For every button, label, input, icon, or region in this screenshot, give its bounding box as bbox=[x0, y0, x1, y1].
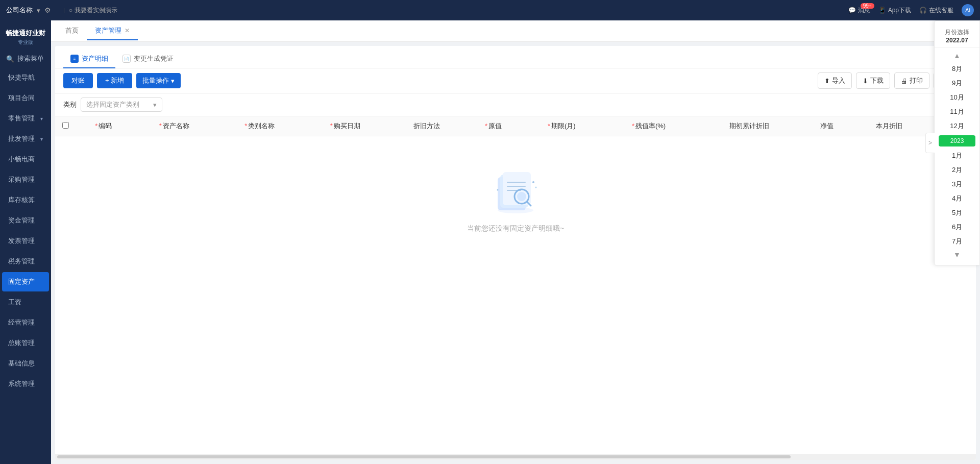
nav-tabs: 首页 资产管理 ✕ bbox=[51, 20, 980, 42]
tab-close-icon[interactable]: ✕ bbox=[125, 27, 130, 34]
sidebar-item-fixed-assets[interactable]: 固定资产 bbox=[2, 272, 49, 291]
sidebar-item-wholesale-manage[interactable]: 批发管理 ▾ bbox=[2, 129, 49, 149]
sidebar-item-salary[interactable]: 工资 bbox=[2, 292, 49, 312]
tab-asset-manage[interactable]: 资产管理 ✕ bbox=[87, 22, 138, 40]
search-icon: 🔍 bbox=[6, 55, 14, 63]
headset-icon: 🎧 bbox=[919, 7, 927, 14]
month-item-2023-7[interactable]: 7月 bbox=[935, 234, 979, 249]
sidebar-item-retail-manage[interactable]: 零售管理 ▾ bbox=[2, 109, 49, 128]
sidebar-item-label: 工资 bbox=[8, 298, 43, 307]
category-filter-label: 类别 bbox=[63, 100, 77, 109]
sidebar-item-ecommerce[interactable]: 小畅电商 bbox=[2, 150, 49, 169]
sidebar-item-inventory[interactable]: 库存核算 bbox=[2, 190, 49, 210]
sidebar-item-tax[interactable]: 税务管理 bbox=[2, 252, 49, 271]
empty-state: 当前您还没有固定资产明细哦~ bbox=[55, 136, 976, 264]
month-item-11[interactable]: 11月 bbox=[935, 105, 979, 119]
col-original-value: *原值 bbox=[465, 116, 522, 136]
month-item-8[interactable]: 8月 bbox=[935, 62, 979, 76]
col-depreciation-method: 折旧方法 bbox=[388, 116, 465, 136]
sub-tab-asset-detail[interactable]: ≡ 资产明细 bbox=[63, 51, 115, 68]
print-button[interactable]: 🖨 打印 bbox=[894, 72, 929, 89]
top-header: 公司名称 ▾ ⚙ | ○ 我要看实例演示 💬 消息 99+ 📱 App下载 🎧 … bbox=[0, 0, 980, 20]
sidebar-item-label: 采购管理 bbox=[8, 175, 43, 184]
sidebar-item-ledger[interactable]: 总账管理 bbox=[2, 333, 49, 353]
company-dropdown-icon[interactable]: ▾ bbox=[37, 7, 40, 14]
sidebar-item-quick-nav[interactable]: 快捷导航 bbox=[2, 68, 49, 87]
month-item-12[interactable]: 12月 bbox=[935, 119, 979, 133]
document-icon: 📄 bbox=[122, 55, 131, 63]
empty-text: 当前您还没有固定资产明细哦~ bbox=[467, 224, 564, 233]
add-button[interactable]: + 新增 bbox=[97, 73, 132, 88]
header-left: 公司名称 ▾ ⚙ | ○ 我要看实例演示 bbox=[6, 6, 117, 15]
sub-tab-change-voucher[interactable]: 📄 变更生成凭证 bbox=[115, 51, 181, 68]
month-panel-header: 月份选择 2022.07 bbox=[935, 25, 979, 47]
reconcile-button[interactable]: 对账 bbox=[63, 73, 93, 88]
month-nav-down-button[interactable]: ▼ bbox=[953, 251, 961, 259]
phone-icon: 📱 bbox=[878, 7, 886, 14]
sidebar-item-purchase-manage[interactable]: 采购管理 bbox=[2, 170, 49, 189]
reconcile-label: 对账 bbox=[71, 76, 85, 85]
month-nav: ▲ bbox=[935, 50, 979, 62]
table-container: *编码 *资产名称 *类别名称 *购买日期 折旧方法 bbox=[55, 116, 976, 454]
settings-icon[interactable]: ⚙ bbox=[44, 6, 51, 14]
message-badge: 99+ bbox=[861, 3, 874, 9]
toolbar: 对账 + 新增 批量操作 ▾ ⬆ 导入 ⬇ 下载 bbox=[55, 68, 976, 93]
sidebar-item-label: 经营管理 bbox=[8, 318, 43, 327]
month-item-9[interactable]: 9月 bbox=[935, 76, 979, 90]
select-all-checkbox[interactable] bbox=[62, 122, 69, 129]
chevron-right-icon: ▾ bbox=[40, 116, 43, 121]
sidebar-item-finance[interactable]: 资金管理 bbox=[2, 211, 49, 230]
month-item-2023-3[interactable]: 3月 bbox=[935, 177, 979, 191]
sidebar-item-project-contract[interactable]: 项目合同 bbox=[2, 88, 49, 108]
download-button[interactable]: ⬇ 下载 bbox=[856, 72, 890, 89]
month-nav-up-button[interactable]: ▲ bbox=[953, 52, 961, 60]
sidebar-item-label: 总账管理 bbox=[8, 338, 43, 348]
demo-link[interactable]: ○ 我要看实例演示 bbox=[69, 6, 117, 15]
tab-home[interactable]: 首页 bbox=[57, 22, 87, 40]
tab-home-label: 首页 bbox=[65, 26, 79, 35]
sidebar-item-invoice[interactable]: 发票管理 bbox=[2, 231, 49, 251]
batch-dropdown-icon: ▾ bbox=[171, 77, 175, 85]
app-download-button[interactable]: 📱 App下载 bbox=[878, 6, 911, 15]
month-item-2023-2[interactable]: 2月 bbox=[935, 163, 979, 177]
svg-point-8 bbox=[517, 192, 526, 201]
demo-label: 我要看实例演示 bbox=[75, 6, 117, 15]
table-header-row: *编码 *资产名称 *类别名称 *购买日期 折旧方法 bbox=[55, 116, 976, 136]
import-button[interactable]: ⬆ 导入 bbox=[818, 72, 852, 89]
sidebar-item-label: 资金管理 bbox=[8, 216, 43, 225]
batch-button[interactable]: 批量操作 ▾ bbox=[136, 73, 181, 88]
online-service-button[interactable]: 🎧 在线客服 bbox=[919, 6, 953, 15]
sidebar-item-label: 固定资产 bbox=[8, 277, 43, 286]
month-panel-toggle[interactable]: > bbox=[925, 133, 935, 153]
month-item-2023-4[interactable]: 4月 bbox=[935, 191, 979, 206]
month-panel: > 月份选择 2022.07 ▲ 8月 9月 10月 11月 12月 2023 … bbox=[934, 20, 980, 265]
search-menu-button[interactable]: 🔍 搜索菜单 bbox=[0, 50, 51, 67]
add-label: + 新增 bbox=[105, 76, 124, 85]
sidebar-item-label: 库存核算 bbox=[8, 196, 43, 205]
col-period: *期限(月) bbox=[521, 116, 602, 136]
sidebar-brand: 畅捷通好业财 专业版 bbox=[0, 25, 51, 50]
content-area: 首页 资产管理 ✕ ≡ 资产明细 📄 变更生成凭证 bbox=[51, 20, 980, 464]
month-item-10[interactable]: 10月 bbox=[935, 90, 979, 105]
svg-point-11 bbox=[535, 187, 537, 188]
sidebar-item-operations[interactable]: 经营管理 bbox=[2, 313, 49, 332]
sidebar-item-basic-info[interactable]: 基础信息 bbox=[2, 354, 49, 373]
year-2023-badge: 2023 bbox=[939, 135, 975, 146]
sidebar-item-system-manage[interactable]: 系统管理 bbox=[2, 374, 49, 394]
month-item-2023-1[interactable]: 1月 bbox=[935, 149, 979, 163]
col-code: *编码 bbox=[76, 116, 132, 136]
col-net-value: 净值 bbox=[803, 116, 851, 136]
category-select[interactable]: 选择固定资产类别 ▾ bbox=[81, 97, 162, 112]
print-label: 打印 bbox=[910, 76, 923, 85]
chevron-right-icon: ▾ bbox=[40, 136, 43, 142]
print-icon: 🖨 bbox=[901, 77, 908, 85]
import-label: 导入 bbox=[832, 76, 845, 85]
search-menu-label: 搜索菜单 bbox=[17, 54, 44, 63]
horizontal-scrollbar[interactable] bbox=[55, 454, 976, 460]
col-residual-rate: *残值率(%) bbox=[602, 116, 696, 136]
month-item-2023-5[interactable]: 5月 bbox=[935, 206, 979, 220]
user-avatar[interactable]: Ai bbox=[962, 4, 974, 16]
sub-tab-change-voucher-label: 变更生成凭证 bbox=[134, 54, 174, 63]
message-button[interactable]: 💬 消息 99+ bbox=[848, 6, 870, 15]
month-item-2023-6[interactable]: 6月 bbox=[935, 220, 979, 234]
